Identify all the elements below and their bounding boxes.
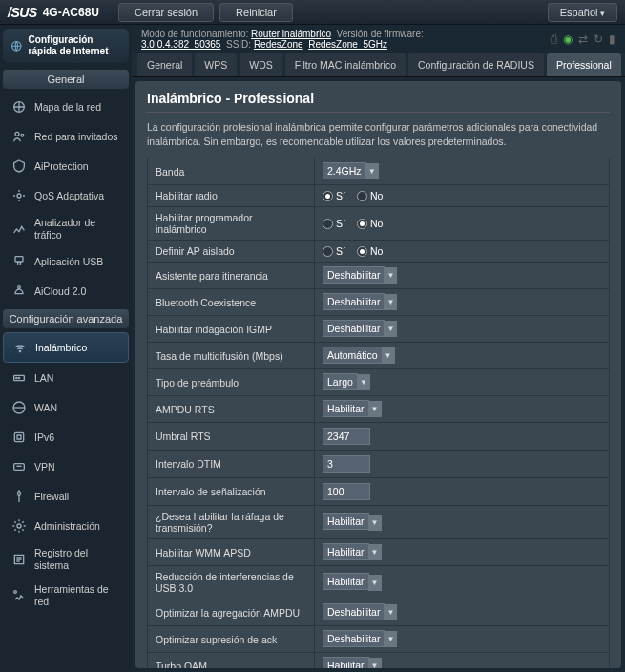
sidebar-advanced-6[interactable]: Administración: [3, 512, 129, 540]
setting-control-cell: Habilitar▼: [315, 539, 610, 566]
sidebar-advanced-7[interactable]: Registro del sistema: [3, 541, 129, 577]
sidebar-general-6[interactable]: AiCloud 2.0: [3, 277, 129, 305]
radio-yes[interactable]: Sí: [323, 245, 345, 257]
section-general-header: General: [3, 70, 129, 89]
sidebar-advanced-4[interactable]: VPN: [3, 452, 129, 481]
chevron-down-icon[interactable]: ▼: [368, 544, 382, 560]
select-13[interactable]: Habilitar: [323, 513, 369, 530]
mode-link[interactable]: Router inalámbrico: [251, 29, 331, 39]
select-16[interactable]: Deshabilitar: [323, 603, 385, 620]
nav-label: VPN: [34, 461, 55, 473]
input-10[interactable]: [323, 428, 370, 445]
sidebar-general-5[interactable]: Aplicación USB: [3, 247, 129, 276]
nav-label: Analizador de tráfico: [34, 217, 121, 241]
tab-2[interactable]: WDS: [240, 53, 282, 76]
sidebar-general-2[interactable]: AiProtection: [3, 152, 129, 180]
select-6[interactable]: Deshabilitar: [323, 320, 385, 337]
tab-1[interactable]: WPS: [195, 53, 237, 76]
select-7[interactable]: Automático: [323, 346, 383, 364]
select-0[interactable]: 2.4GHz: [323, 162, 366, 179]
nav-icon: [10, 587, 28, 604]
sidebar-advanced-3[interactable]: IPv6: [3, 423, 129, 452]
printer-icon: ⎙: [551, 32, 557, 46]
radio-no[interactable]: No: [357, 218, 383, 229]
setting-label: Umbral RTS: [148, 423, 315, 451]
reboot-button[interactable]: Reiniciar: [219, 3, 293, 22]
chevron-down-icon[interactable]: ▼: [384, 294, 397, 310]
ssid-5-link[interactable]: RedesZone_5GHz: [308, 39, 387, 50]
ssid-24-link[interactable]: RedesZone: [254, 39, 303, 50]
chevron-down-icon[interactable]: ▼: [368, 401, 382, 417]
chevron-down-icon[interactable]: ▼: [368, 575, 382, 591]
globe-icon: [10, 36, 23, 55]
setting-control-cell: Automático▼: [315, 343, 610, 369]
fw-link[interactable]: 3.0.0.4.382_50365: [141, 39, 220, 50]
select-17[interactable]: Deshabilitar: [323, 630, 385, 647]
sidebar-advanced-1[interactable]: LAN: [3, 364, 129, 392]
input-11[interactable]: [323, 455, 370, 472]
radio-yes[interactable]: Sí: [323, 218, 345, 229]
page-description: La configuración profesional inalámbrica…: [147, 120, 610, 148]
setting-label: Habilitar WMM APSD: [148, 539, 315, 566]
svg-point-14: [17, 524, 21, 528]
svg-rect-5: [15, 257, 23, 262]
sidebar: Configuración rápida de Internet General…: [0, 25, 132, 672]
svg-point-9: [16, 378, 17, 379]
section-advanced-header: Configuración avanzada: [3, 309, 129, 328]
nav-icon: [10, 429, 28, 446]
sidebar-general-4[interactable]: Analizador de tráfico: [3, 211, 129, 246]
radio-no[interactable]: No: [357, 190, 383, 201]
select-5[interactable]: Deshabilitar: [323, 293, 385, 310]
chevron-down-icon[interactable]: ▼: [357, 374, 370, 390]
table-row: Banda2.4GHz▼: [148, 158, 610, 185]
sidebar-general-0[interactable]: Mapa de la red: [3, 93, 129, 121]
logout-button[interactable]: Cerrar sesión: [118, 3, 214, 22]
refresh-icon: ↻: [594, 32, 603, 46]
tab-5[interactable]: Professional: [547, 53, 621, 76]
chevron-down-icon[interactable]: ▼: [384, 267, 397, 284]
nav-icon: [10, 187, 28, 204]
setting-label: AMPDU RTS: [148, 396, 315, 423]
setting-control-cell: Habilitar▼: [315, 566, 610, 599]
chevron-down-icon[interactable]: ▼: [368, 658, 382, 668]
chevron-down-icon[interactable]: ▼: [365, 163, 379, 179]
fw-label: Versión de firmware:: [337, 29, 424, 39]
select-4[interactable]: Deshabilitar: [323, 266, 385, 284]
radio-no[interactable]: No: [357, 245, 383, 257]
setting-control-cell: Habilitar▼: [315, 653, 610, 668]
sidebar-advanced-8[interactable]: Herramientas de red: [3, 578, 129, 613]
setting-label: Definir AP aislado: [148, 241, 315, 262]
table-row: Optimizar supresión de ackDeshabilitar▼: [148, 626, 610, 653]
chevron-down-icon[interactable]: ▼: [384, 631, 397, 647]
tab-4[interactable]: Configuración de RADIUS: [408, 53, 544, 76]
chevron-down-icon[interactable]: ▼: [384, 604, 397, 620]
sidebar-general-3[interactable]: QoS Adaptativa: [3, 181, 129, 210]
select-18[interactable]: Habilitar: [323, 657, 369, 668]
select-15[interactable]: Habilitar: [323, 573, 369, 590]
chevron-down-icon[interactable]: ▼: [384, 321, 397, 337]
sidebar-advanced-0[interactable]: Inalámbrico: [3, 332, 129, 363]
sidebar-advanced-5[interactable]: Firewall: [3, 482, 129, 511]
setting-control-cell: 2.4GHz▼: [315, 158, 610, 185]
nav-icon: [10, 158, 28, 175]
tab-0[interactable]: General: [137, 53, 192, 76]
tab-3[interactable]: Filtro MAC inalámbrico: [285, 53, 406, 76]
select-8[interactable]: Largo: [323, 373, 358, 390]
page-title: Inalámbrico - Professional: [147, 91, 610, 113]
nav-icon: [10, 369, 28, 387]
nav-icon: [10, 283, 28, 300]
quick-internet-setup[interactable]: Configuración rápida de Internet: [3, 29, 129, 63]
setting-control-cell: Deshabilitar▼: [315, 262, 610, 289]
svg-point-2: [15, 132, 19, 136]
chevron-down-icon[interactable]: ▼: [382, 347, 395, 364]
language-select[interactable]: Español: [548, 3, 617, 22]
chevron-down-icon[interactable]: ▼: [368, 514, 382, 531]
select-14[interactable]: Habilitar: [323, 543, 369, 560]
sidebar-general-1[interactable]: Red para invitados: [3, 122, 129, 151]
radio-yes[interactable]: Sí: [323, 190, 345, 201]
sidebar-advanced-2[interactable]: WAN: [3, 393, 129, 422]
select-9[interactable]: Habilitar: [323, 400, 369, 417]
setting-control-cell: Largo▼: [315, 369, 610, 396]
input-12[interactable]: [323, 483, 370, 500]
radio-dot-icon: [357, 219, 367, 229]
